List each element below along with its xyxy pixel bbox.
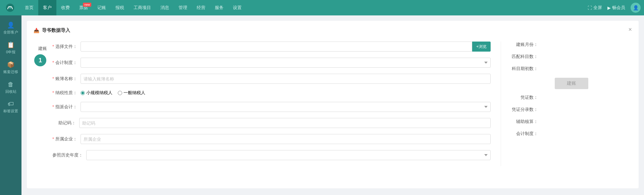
subject-initial-row: 科目期初数： — [511, 66, 632, 72]
nav-settings[interactable]: 设置 — [228, 0, 246, 15]
sidebar: 👤 全部客户 📋 0申报 📦 账套迁移 🗑 回收站 🏷 标签设置 — [0, 15, 21, 195]
step-circle: 1 — [34, 54, 46, 66]
member-button[interactable]: ▶ 畅会员 — [607, 5, 625, 11]
file-label: * 选择文件： — [52, 44, 81, 50]
nav-message[interactable]: 消息 — [156, 0, 174, 15]
nav-service[interactable]: 服务 — [210, 0, 228, 15]
nav-billing[interactable]: 收费 — [56, 0, 75, 15]
main-layout: 👤 全部客户 📋 0申报 📦 账套迁移 🗑 回收站 🏷 标签设置 📥 导爷数据导… — [0, 15, 644, 195]
memo-row: 助记码： — [52, 118, 491, 128]
left-column: 建账 1 * 选择文件： +浏览 — [34, 42, 491, 166]
right-accounting-system-row: 会计制度： — [511, 131, 632, 137]
accounting-system-label: * 会计制度： — [52, 60, 81, 66]
file-input[interactable] — [81, 42, 472, 52]
build-month-row: 建账月份： — [511, 42, 632, 48]
company-row: * 所属企业： — [52, 134, 491, 144]
tax-small-radio[interactable] — [81, 91, 85, 95]
history-year-label: 参照历史年度： — [52, 152, 86, 158]
panel-title: 📥 导爷数据导入 — [34, 27, 632, 34]
form-columns: 建账 1 * 选择文件： +浏览 — [34, 42, 632, 166]
tax-type-row: * 纳税性质： 小规模纳税人 一般纳税人 — [52, 90, 491, 96]
sidebar-item-account-migrate[interactable]: 📦 账套迁移 — [1, 58, 21, 77]
ledger-name-row: * 账簿名称： — [52, 74, 491, 84]
aux-accounting-row: 辅助核算： — [511, 119, 632, 125]
sidebar-item-label: 0申报 — [6, 50, 15, 54]
voucher-entries-label: 凭证分录数： — [511, 107, 541, 113]
match-subjects-label: 匹配科目数： — [511, 54, 541, 60]
fullscreen-icon: ⛶ — [588, 5, 592, 10]
browse-button[interactable]: +浏览 — [472, 42, 491, 52]
step-container: 建账 1 * 选择文件： +浏览 — [34, 42, 491, 166]
nav-invoice[interactable]: 票据 new — [75, 0, 93, 15]
accounting-system-select[interactable] — [81, 58, 491, 68]
nav-bizproject[interactable]: 工商项目 — [129, 0, 156, 15]
tax-general-radio[interactable] — [118, 91, 122, 95]
column-divider — [501, 42, 501, 166]
subject-initial-label: 科目期初数： — [511, 66, 541, 72]
aux-accounting-label: 辅助核算： — [511, 119, 541, 125]
tax-type-label: * 纳税性质： — [52, 90, 81, 96]
trash-icon: 🗑 — [8, 81, 14, 88]
nav-client[interactable]: 客户 — [38, 0, 56, 15]
company-input[interactable] — [81, 134, 491, 144]
nav-manage[interactable]: 管理 — [174, 0, 192, 15]
accountant-label: * 指派会计： — [52, 104, 81, 110]
sidebar-item-trash[interactable]: 🗑 回收站 — [1, 78, 21, 96]
tag-settings-icon: 🏷 — [8, 101, 14, 108]
build-button[interactable]: 建账 — [555, 78, 588, 89]
svg-point-1 — [9, 7, 11, 8]
close-button[interactable]: × — [628, 26, 632, 33]
account-migrate-icon: 📦 — [7, 61, 14, 68]
memo-input[interactable] — [79, 118, 491, 128]
match-subjects-row: 匹配科目数： — [511, 54, 632, 60]
file-row: * 选择文件： +浏览 — [52, 42, 491, 52]
file-input-group: +浏览 — [81, 42, 491, 52]
sidebar-item-tag-settings[interactable]: 🏷 标签设置 — [1, 98, 21, 116]
nav-account[interactable]: 记账 — [93, 0, 111, 15]
import-panel: 📥 导爷数据导入 × 建账 1 — [27, 21, 639, 188]
form-fields: * 选择文件： +浏览 * 会计制度： — [52, 42, 491, 166]
declaration-icon: 📋 — [7, 41, 14, 49]
nav-home[interactable]: 首页 — [20, 0, 38, 15]
main-content: 📥 导爷数据导入 × 建账 1 — [21, 15, 644, 195]
history-year-row: 参照历史年度： — [52, 150, 491, 160]
accounting-system-row: * 会计制度： — [52, 58, 491, 68]
sidebar-item-label: 全部客户 — [3, 30, 18, 35]
sidebar-item-all-clients[interactable]: 👤 全部客户 — [1, 19, 21, 37]
voucher-count-row: 凭证数： — [511, 94, 632, 101]
nav-tax[interactable]: 报税 — [111, 0, 129, 15]
right-column: 建账月份： 匹配科目数： 科目期初数： 建账 — [511, 42, 632, 166]
accountant-select[interactable] — [81, 102, 491, 112]
accountant-row: * 指派会计： — [52, 102, 491, 112]
fullscreen-button[interactable]: ⛶ 全屏 — [588, 5, 602, 11]
avatar[interactable]: 👤 — [631, 3, 641, 13]
member-icon: ▶ — [607, 5, 611, 10]
voucher-entries-row: 凭证分录数： — [511, 107, 632, 113]
build-month-label: 建账月份： — [511, 42, 541, 48]
top-navigation: 首页 客户 收费 票据 new 记账 报税 工商项目 消息 管理 经营 服务 设… — [0, 0, 644, 15]
sidebar-item-label: 账套迁移 — [3, 70, 18, 74]
step-label: 建账 — [34, 43, 47, 52]
right-accounting-system-label: 会计制度： — [511, 131, 541, 137]
sidebar-item-label: 回收站 — [5, 89, 16, 94]
logo — [3, 1, 17, 14]
import-icon: 📥 — [34, 28, 39, 33]
company-label: * 所属企业： — [52, 136, 81, 142]
avatar-icon: 👤 — [633, 5, 639, 10]
sidebar-item-declaration[interactable]: 📋 0申报 — [1, 39, 21, 57]
voucher-count-label: 凭证数： — [511, 94, 541, 101]
all-clients-icon: 👤 — [7, 21, 14, 29]
ledger-name-input[interactable] — [81, 74, 491, 84]
nav-right: ⛶ 全屏 ▶ 畅会员 👤 — [588, 3, 641, 13]
ledger-name-label: * 账簿名称： — [52, 76, 81, 82]
tax-type-radio-group: 小规模纳税人 一般纳税人 — [81, 90, 145, 96]
tax-small-option[interactable]: 小规模纳税人 — [81, 90, 112, 96]
memo-label: 助记码： — [52, 120, 79, 126]
new-badge: new — [83, 3, 91, 7]
tax-general-option[interactable]: 一般纳税人 — [118, 90, 145, 96]
sidebar-item-label: 标签设置 — [3, 109, 18, 113]
history-year-select[interactable] — [86, 150, 491, 160]
nav-menu: 首页 客户 收费 票据 new 记账 报税 工商项目 消息 管理 经营 服务 设… — [20, 0, 588, 15]
nav-operation[interactable]: 经营 — [192, 0, 210, 15]
